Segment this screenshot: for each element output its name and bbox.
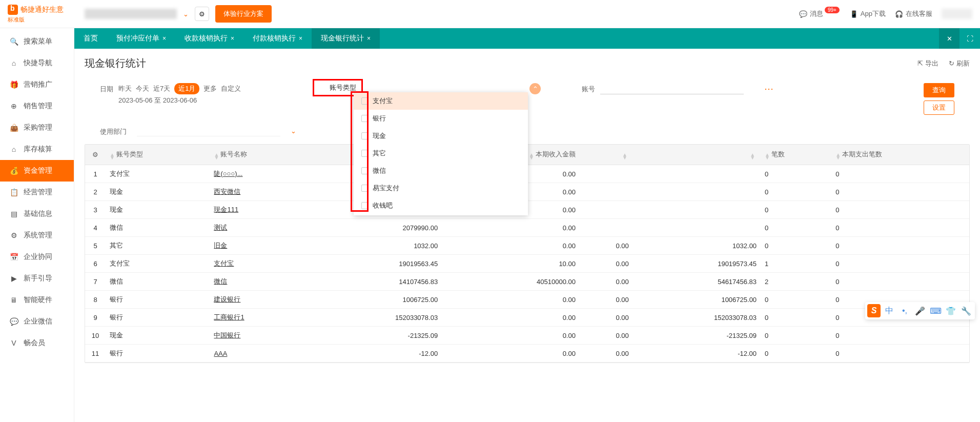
account-name-link[interactable]: 旧金 — [214, 242, 227, 249]
dropdown-item-4[interactable]: 微信 — [354, 162, 528, 179]
tab-0[interactable]: 首页 — [74, 28, 107, 49]
more-filters-button[interactable]: ⋯ — [764, 83, 774, 94]
sort-icon[interactable]: ▲▼ — [622, 153, 627, 159]
tab-close-all-button[interactable]: ✕ — [939, 28, 959, 49]
refresh-button[interactable]: ↻ 刷新 — [949, 59, 970, 68]
dropdown-item-6[interactable]: 收钱吧 — [354, 197, 528, 214]
account-name-link[interactable]: 西安微信 — [214, 188, 240, 195]
account-name-link[interactable]: 测试 — [214, 224, 227, 231]
table-header-0[interactable]: ▲▼账号类型 — [106, 145, 210, 165]
ime-mic-icon[interactable]: 🎤 — [913, 304, 927, 317]
ime-punct-icon[interactable]: •, — [898, 304, 911, 317]
checkbox-icon[interactable] — [361, 132, 369, 139]
sidebar-item-2[interactable]: 🎁营销推广 — [0, 74, 74, 95]
sort-icon[interactable]: ▲▼ — [529, 153, 534, 159]
table-header-7[interactable]: ▲▼本期支出笔数 — [831, 145, 969, 165]
sort-icon[interactable]: ▲▼ — [214, 153, 219, 159]
sidebar-item-0[interactable]: 🔍搜索菜单 — [0, 31, 74, 52]
dropdown-item-7[interactable]: 长沙银行 — [354, 214, 528, 215]
tab-close-icon[interactable]: × — [299, 35, 302, 42]
sort-icon[interactable]: ▲▼ — [765, 153, 770, 159]
sidebar-item-5[interactable]: ⌂库存核算 — [0, 138, 74, 160]
account-name-link[interactable]: 建设银行 — [214, 295, 240, 303]
ime-tool-icon[interactable]: 🔧 — [959, 304, 973, 317]
export-button[interactable]: ⇱ 导出 — [917, 59, 938, 68]
date-option-0[interactable]: 昨天 — [118, 84, 132, 93]
date-option-2[interactable]: 近7天 — [153, 84, 170, 93]
table-header-5[interactable]: ▲▼ — [633, 145, 761, 165]
company-name[interactable] — [85, 9, 177, 19]
app-download-link[interactable]: 📱 App下载 — [850, 9, 886, 18]
dropdown-item-3[interactable]: 其它 — [354, 145, 528, 162]
filter-settings-button[interactable]: 设置 — [924, 101, 954, 115]
trial-button[interactable]: 体验行业方案 — [215, 5, 272, 23]
settings-gear-button[interactable]: ⚙ — [195, 7, 209, 21]
sort-icon[interactable]: ▲▼ — [835, 153, 841, 159]
checkbox-icon[interactable] — [361, 185, 369, 192]
query-button[interactable]: 查询 — [924, 83, 954, 97]
sidebar-item-8[interactable]: ▤基础信息 — [0, 203, 74, 225]
account-name-link[interactable]: 现金111 — [214, 206, 238, 213]
checkbox-icon[interactable] — [361, 150, 369, 157]
account-input[interactable] — [600, 83, 744, 94]
dropdown-item-1[interactable]: 银行 — [354, 110, 528, 127]
tab-expand-button[interactable]: ⛶ — [959, 28, 980, 49]
account-name-link[interactable]: 支付宝 — [214, 259, 234, 267]
dropdown-item-2[interactable]: 现金 — [354, 127, 528, 145]
dept-input[interactable] — [137, 125, 280, 136]
sidebar-item-label: 快捷导航 — [24, 58, 52, 68]
tab-close-icon[interactable]: × — [162, 35, 166, 42]
tab-1[interactable]: 预付冲应付单× — [107, 28, 175, 49]
ime-lang-icon[interactable]: 中 — [883, 304, 896, 317]
sidebar-item-1[interactable]: ⌂快捷导航 — [0, 52, 74, 74]
collapse-filter-button[interactable]: ⌃ — [529, 83, 541, 94]
tab-close-icon[interactable]: × — [231, 35, 234, 42]
sidebar-item-4[interactable]: 👜采购管理 — [0, 117, 74, 138]
tab-close-icon[interactable]: × — [367, 35, 371, 42]
date-option-3[interactable]: 近1月 — [174, 83, 199, 94]
ime-toolbar: S 中 •, 🎤 ⌨ 👕 🔧 — [865, 302, 975, 319]
sidebar-item-6[interactable]: 💰资金管理 — [0, 160, 74, 182]
date-option-4[interactable]: 更多 — [203, 84, 217, 93]
table-header-6[interactable]: ▲▼笔数 — [761, 145, 831, 165]
sidebar-item-12[interactable]: 🖥智能硬件 — [0, 289, 74, 311]
sidebar-icon: 🎁 — [9, 80, 18, 89]
dropdown-item-0[interactable]: 支付宝 — [354, 92, 528, 110]
sidebar-item-10[interactable]: 📅企业协同 — [0, 246, 74, 268]
tab-3[interactable]: 付款核销执行× — [243, 28, 312, 49]
dept-chevron-icon[interactable]: ⌄ — [291, 127, 296, 135]
table-settings-header[interactable]: ⚙ — [85, 145, 106, 165]
ime-s-icon[interactable]: S — [867, 304, 881, 317]
sort-icon[interactable]: ▲▼ — [110, 153, 115, 159]
ime-keyboard-icon[interactable]: ⌨ — [929, 304, 942, 317]
account-name-link[interactable]: AAA — [214, 350, 227, 357]
sidebar-item-9[interactable]: ⚙系统管理 — [0, 225, 74, 246]
messages-link[interactable]: 💬 消息 99+ — [799, 9, 841, 18]
sidebar-item-7[interactable]: 📋经营管理 — [0, 182, 74, 203]
table-header-4[interactable]: ▲▼ — [580, 145, 633, 165]
sidebar-item-11[interactable]: ▶新手引导 — [0, 268, 74, 289]
sidebar-item-13[interactable]: 💬企业微信 — [0, 311, 74, 332]
account-name-link[interactable]: 中国银行 — [214, 331, 240, 339]
sidebar-item-3[interactable]: ⊕销售管理 — [0, 95, 74, 117]
checkbox-icon[interactable] — [361, 97, 369, 105]
sort-icon[interactable]: ▲▼ — [750, 153, 755, 159]
tab-2[interactable]: 收款核销执行× — [175, 28, 243, 49]
account-name-link[interactable]: 微信 — [214, 277, 227, 285]
checkbox-icon[interactable] — [361, 167, 369, 174]
date-option-5[interactable]: 自定义 — [221, 84, 241, 93]
checkbox-icon[interactable] — [361, 202, 369, 209]
date-option-1[interactable]: 今天 — [136, 84, 149, 93]
account-name-link[interactable]: 陡(○○○)... — [214, 170, 242, 177]
tab-4[interactable]: 现金银行统计× — [312, 28, 380, 49]
table-header-1[interactable]: ▲▼账号名称 — [210, 145, 314, 165]
ime-skin-icon[interactable]: 👕 — [944, 304, 957, 317]
cell-type: 银行 — [106, 345, 210, 363]
account-name-link[interactable]: 工商银行1 — [214, 313, 244, 321]
company-chevron-icon[interactable]: ⌄ — [183, 10, 189, 18]
user-area[interactable] — [942, 9, 972, 19]
online-service-link[interactable]: 🎧 在线客服 — [895, 9, 932, 18]
sidebar-item-14[interactable]: V畅会员 — [0, 332, 74, 354]
checkbox-icon[interactable] — [361, 115, 369, 122]
dropdown-item-5[interactable]: 易宝支付 — [354, 179, 528, 197]
